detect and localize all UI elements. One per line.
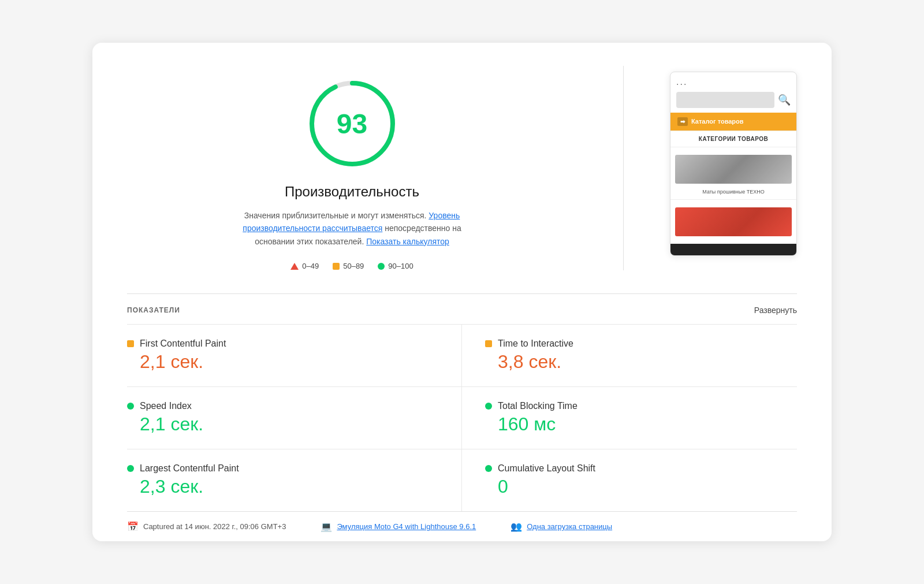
tti-value: 3,8 сек. (485, 351, 797, 373)
performance-description: Значения приблизительные и могут изменят… (231, 209, 474, 248)
fcp-value: 2,1 сек. (127, 351, 438, 373)
metric-tbt-header: Total Blocking Time (485, 401, 797, 411)
performance-title: Производительность (285, 184, 419, 200)
lcp-label: Largest Contentful Paint (140, 463, 239, 474)
metric-cls: Cumulative Layout Shift 0 (462, 449, 797, 511)
cls-value: 0 (485, 476, 797, 497)
metric-fcp-header: First Contentful Paint (127, 339, 438, 349)
metrics-grid: First Contentful Paint 2,1 сек. Time to … (127, 324, 797, 511)
metrics-section: ПОКАЗАТЕЛИ Развернуть First Contentful P… (127, 293, 797, 511)
si-value: 2,1 сек. (127, 414, 438, 435)
metrics-label: ПОКАЗАТЕЛИ (127, 306, 180, 314)
search-icon: 🔍 (778, 94, 791, 106)
section-divider (623, 66, 624, 270)
load-icon: 👥 (511, 521, 522, 532)
phone-catalog-button: ➡ Каталог товаров (670, 113, 796, 131)
score-legend: 0–49 50–89 90–100 (290, 262, 413, 270)
product-image-1 (675, 152, 792, 187)
metrics-header: ПОКАЗАТЕЛИ Развернуть (127, 306, 797, 324)
tbt-value: 160 мс (485, 414, 797, 435)
lcp-status-icon (127, 465, 134, 472)
metric-tti: Time to Interactive 3,8 сек. (462, 325, 797, 387)
phone-search-input (676, 92, 774, 108)
tti-label: Time to Interactive (498, 339, 573, 349)
tti-status-icon (485, 340, 492, 347)
device-icon: 💻 (321, 521, 332, 532)
legend-item-low: 0–49 (290, 262, 319, 270)
footer-captured: 📅 Captured at 14 июн. 2022 г., 09:06 GMT… (127, 521, 286, 532)
emulation-link[interactable]: Эмуляция Moto G4 with Lighthouse 9.6.1 (337, 522, 476, 531)
calendar-icon: 📅 (127, 521, 139, 532)
tbt-status-icon (485, 403, 492, 410)
product-visual-2 (675, 207, 792, 236)
si-label: Speed Index (140, 401, 192, 411)
legend-item-mid: 50–89 (333, 262, 364, 270)
phone-product-1: Маты прошивные ТЕХНО (670, 147, 796, 199)
tbt-label: Total Blocking Time (498, 401, 578, 411)
captured-text: Captured at 14 июн. 2022 г., 09:06 GMT+3 (143, 522, 286, 531)
metric-tti-header: Time to Interactive (485, 339, 797, 349)
triangle-icon (290, 263, 299, 270)
product-visual-1 (675, 155, 792, 184)
metric-tbt: Total Blocking Time 160 мс (462, 387, 797, 449)
legend-item-high: 90–100 (378, 262, 413, 270)
main-card: 93 Производительность Значения приблизит… (92, 43, 832, 541)
circle-icon (378, 263, 385, 270)
product-image-2 (675, 204, 792, 239)
phone-search-bar: 🔍 (670, 90, 796, 113)
metric-lcp: Largest Contentful Paint 2,3 сек. (127, 449, 462, 511)
phone-dots: ... (670, 72, 796, 90)
metric-fcp: First Contentful Paint 2,1 сек. (127, 325, 462, 387)
phone-bottom-bar (670, 244, 796, 255)
perf-link-2[interactable]: Показать калькулятор (366, 237, 449, 246)
expand-button[interactable]: Развернуть (754, 306, 797, 315)
footer-emulation: 💻 Эмуляция Moto G4 with Lighthouse 9.6.1 (321, 521, 476, 532)
top-section: 93 Производительность Значения приблизит… (127, 66, 797, 293)
score-area: 93 Производительность Значения приблизит… (127, 66, 577, 270)
metric-lcp-header: Largest Contentful Paint (127, 463, 438, 474)
si-status-icon (127, 403, 134, 410)
lcp-value: 2,3 сек. (127, 476, 438, 497)
metric-si: Speed Index 2,1 сек. (127, 387, 462, 449)
cls-label: Cumulative Layout Shift (498, 463, 595, 474)
cls-status-icon (485, 465, 492, 472)
score-value: 93 (337, 107, 367, 139)
metric-si-header: Speed Index (127, 401, 438, 411)
fcp-status-icon (127, 340, 134, 347)
phone-preview: ... 🔍 ➡ Каталог товаров КАТЕГОРИИ ТОВАРО… (670, 72, 797, 256)
square-icon (333, 263, 340, 270)
footer: 📅 Captured at 14 июн. 2022 г., 09:06 GMT… (127, 511, 797, 541)
phone-category-title: КАТЕГОРИИ ТОВАРОВ (670, 131, 796, 147)
score-circle: 93 (306, 77, 398, 170)
fcp-label: First Contentful Paint (140, 339, 226, 349)
product-label-1: Маты прошивные ТЕХНО (675, 189, 792, 195)
phone-frame: ... 🔍 ➡ Каталог товаров КАТЕГОРИИ ТОВАРО… (670, 72, 797, 256)
load-link[interactable]: Одна загрузка страницы (527, 522, 612, 531)
metric-cls-header: Cumulative Layout Shift (485, 463, 797, 474)
footer-load: 👥 Одна загрузка страницы (511, 521, 612, 532)
phone-product-2 (670, 199, 796, 244)
arrow-icon: ➡ (677, 117, 688, 126)
